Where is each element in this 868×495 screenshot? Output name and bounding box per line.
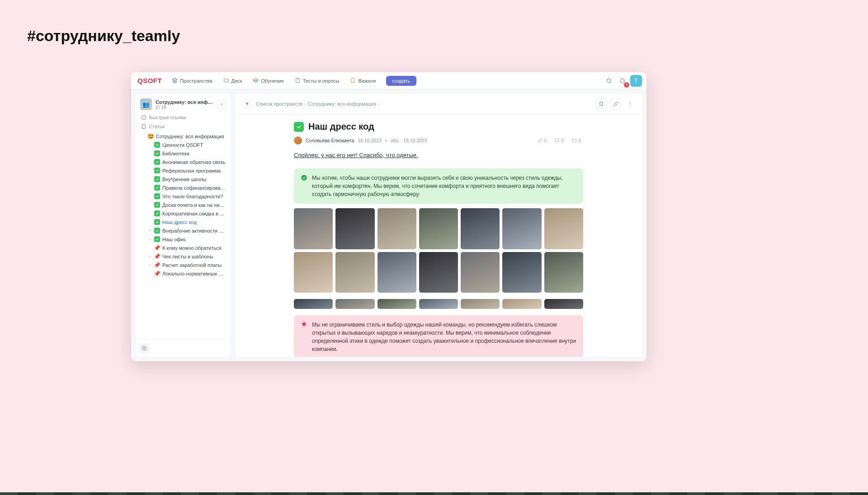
check-icon — [154, 176, 160, 182]
check-icon — [154, 193, 160, 199]
outfit-image[interactable] — [294, 208, 333, 249]
stat-links-count: 0 — [544, 138, 547, 143]
space-title[interactable]: Сотруднику: вся информ... — [156, 99, 213, 105]
svg-point-4 — [144, 348, 145, 349]
tree-item[interactable]: Внутренние школы — [136, 175, 231, 183]
author-name[interactable]: Соловьёва Елизавета — [306, 138, 354, 143]
tree-item[interactable]: Внерабочие активности и нов... — [136, 226, 231, 235]
content-panel: Список пространств › Сотруднику: вся инф… — [235, 94, 642, 357]
outfit-image[interactable] — [335, 252, 374, 293]
topbar: QSOFT Пространства Диск Обучение Тесты и… — [131, 72, 646, 89]
pin-icon: 📌 — [154, 253, 160, 259]
search-button[interactable] — [603, 75, 615, 87]
outfit-image[interactable] — [377, 252, 416, 293]
notifications-button[interactable]: 7 — [617, 75, 628, 87]
tree-item[interactable]: Наш дресс код — [136, 218, 231, 226]
tree-item-label: Сотруднику: вся информация — [156, 134, 224, 139]
tree-item[interactable]: Правила софинансирования в... — [136, 183, 231, 192]
articles-section[interactable]: Статьи — [136, 122, 231, 131]
nav-spaces[interactable]: Пространства — [167, 76, 217, 85]
search-icon — [606, 78, 612, 84]
outfit-image[interactable] — [419, 299, 458, 309]
back-button[interactable] — [241, 98, 252, 109]
tree-item[interactable]: Библиотека — [136, 149, 231, 158]
sidebar-settings-button[interactable] — [139, 343, 149, 353]
outfit-image[interactable] — [335, 208, 374, 249]
outfit-image[interactable] — [544, 252, 583, 293]
nav-training-label: Обучение — [261, 78, 283, 84]
tree-item[interactable]: Ценности QSOFT — [136, 140, 231, 149]
tree-item[interactable]: Анонимная обратная связь — [136, 158, 231, 166]
svg-rect-2 — [142, 116, 146, 119]
breadcrumb-link[interactable]: Сотруднику: вся информация — [308, 101, 376, 107]
outfit-image[interactable] — [461, 252, 500, 293]
svg-rect-3 — [142, 125, 146, 129]
outfit-image[interactable] — [544, 208, 583, 249]
stat-folder[interactable]: 0 — [570, 137, 583, 144]
stat-comments-count: 0 — [561, 138, 564, 143]
tree-item-label: К кому можно обратиться — [162, 245, 222, 251]
check-icon — [154, 159, 160, 165]
sidebar-collapse-button[interactable] — [217, 100, 226, 109]
sidebar-tree: 🤩Сотруднику: вся информацияЦенности QSOF… — [136, 131, 231, 339]
outfit-image[interactable] — [502, 252, 541, 293]
folder-icon — [223, 78, 229, 84]
emoji-icon: 🤩 — [148, 133, 154, 139]
outfit-image[interactable] — [294, 252, 333, 293]
nav-training[interactable]: Обучение — [248, 76, 288, 85]
tree-item[interactable]: Доски почета и как на них поп... — [136, 201, 231, 209]
tree-item[interactable]: Что такое благодарности? — [136, 192, 231, 201]
chevron-down-icon[interactable] — [147, 237, 152, 242]
outfit-image[interactable] — [461, 208, 500, 249]
check-icon — [154, 236, 160, 242]
articles-label: Статьи — [149, 124, 165, 129]
outfit-image[interactable] — [502, 208, 541, 249]
author-avatar[interactable] — [294, 136, 302, 145]
clipboard-icon — [295, 78, 301, 84]
tree-item[interactable]: 📌К кому можно обратиться — [136, 243, 231, 252]
tree-item[interactable]: 📌Расчет заработной платы — [136, 261, 231, 269]
tree-item-label: Наш дресс код — [162, 219, 197, 225]
breadcrumb-link[interactable]: Список пространств — [256, 101, 302, 107]
chevron-down-icon[interactable] — [147, 254, 152, 259]
brand-logo[interactable]: QSOFT — [136, 77, 165, 84]
nav-tests[interactable]: Тесты и опросы — [290, 76, 344, 85]
bookmark-doc-button[interactable] — [596, 98, 607, 109]
outfit-image[interactable] — [461, 299, 500, 309]
nav-disk[interactable]: Диск — [219, 76, 247, 85]
outfit-image[interactable] — [377, 208, 416, 249]
outfit-image[interactable] — [419, 252, 458, 293]
sidebar: 👥 Сотруднику: вся информ... 18 Быстрые с… — [136, 94, 231, 357]
outfit-image[interactable] — [544, 299, 583, 309]
outfit-image[interactable] — [335, 299, 374, 309]
tree-item[interactable]: Наш офис — [136, 235, 231, 243]
check-icon — [154, 142, 160, 148]
tree-item[interactable]: Корпоративная скидка в SkyEng — [136, 209, 231, 218]
space-likes[interactable]: 18 — [156, 105, 213, 110]
check-icon — [154, 185, 160, 191]
chevron-down-icon[interactable] — [147, 263, 152, 267]
stat-comments[interactable]: 0 — [552, 137, 566, 144]
outfit-image[interactable] — [419, 208, 458, 249]
nav-important[interactable]: Важное — [345, 76, 380, 85]
user-avatar[interactable]: T — [630, 75, 642, 87]
tree-item-label: Чек-листы и шаблоны — [162, 254, 213, 259]
tree-item[interactable]: 🤩Сотруднику: вся информация — [136, 132, 231, 140]
chevron-right-icon: › — [304, 101, 306, 107]
svg-point-1 — [607, 79, 610, 82]
quick-links-section[interactable]: Быстрые ссылки — [136, 113, 231, 122]
more-doc-button[interactable] — [625, 98, 636, 109]
tree-item[interactable]: Реферальная программа — [136, 166, 231, 175]
link-doc-button[interactable] — [610, 98, 621, 109]
outfit-gallery-1 — [294, 208, 583, 293]
chevron-down-icon[interactable] — [147, 229, 152, 233]
outfit-image[interactable] — [502, 299, 541, 309]
outfit-image[interactable] — [294, 299, 333, 309]
create-button[interactable]: создать — [386, 76, 416, 86]
tree-item[interactable]: 📌Чек-листы и шаблоны — [136, 252, 231, 261]
bookmark-icon — [599, 101, 604, 107]
stat-links[interactable]: 0 — [535, 137, 549, 144]
tree-item-label: Внутренние школы — [162, 177, 207, 182]
outfit-image[interactable] — [377, 299, 416, 309]
tree-item[interactable]: 📌Локально-нормативные акты ... — [136, 269, 231, 278]
